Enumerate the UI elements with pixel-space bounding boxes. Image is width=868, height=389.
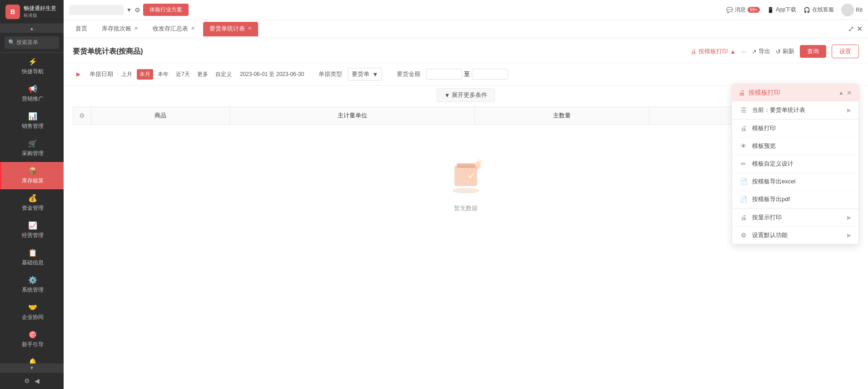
sidebar-settings-button[interactable]: ⚙	[24, 377, 30, 384]
trial-btn[interactable]: 体验行业方案	[143, 4, 189, 16]
order-type-select[interactable]: 要货单 ▼	[348, 68, 382, 81]
dropdown-close-button[interactable]: ✕	[847, 89, 852, 96]
logo-icon: B	[5, 5, 20, 19]
current-year-btn[interactable]: 本年	[155, 69, 171, 80]
page-content: 要货单统计表(按商品) 🖨 按模板打印 ▲ ··· ↗ 导出	[64, 38, 868, 389]
prev-month-btn[interactable]: 上月	[119, 69, 135, 80]
tab-batch-account[interactable]: 库存批次账 ✕	[95, 22, 145, 36]
svg-rect-2	[457, 163, 475, 168]
sidebar-item-appstore[interactable]: 🔔 应用中心	[0, 353, 64, 364]
query-button[interactable]: 查询	[800, 45, 826, 58]
refresh-button[interactable]: ↺ 刷新	[776, 47, 794, 56]
custom-date-btn[interactable]: 自定义	[213, 69, 234, 80]
print-dropdown-icon: 🖨	[738, 89, 745, 96]
template-custom-icon: ✏	[739, 160, 748, 167]
sidebar: B 畅捷通好生意 标准版 ▲ 🔍 搜索菜单 ⚡ 快捷导航 📢 营销推广 📊 销售…	[0, 0, 64, 389]
filter-bar: ▶ 单据日期 上月 本月 本年 近7天 更多 自定义 2023-06-01 至 …	[64, 63, 868, 86]
system-icon: ⚙️	[28, 276, 37, 284]
dropdown-display-print-item[interactable]: 🖨 按显示打印 ▶	[732, 209, 858, 227]
last7days-btn[interactable]: 近7天	[173, 69, 193, 80]
more-button[interactable]: ···	[741, 48, 746, 55]
expand-icon: ▼	[444, 92, 450, 99]
dropdown-template-custom-item[interactable]: ✏ 模板自定义设计	[732, 155, 858, 173]
inventory-icon: 📦	[28, 167, 37, 175]
sidebar-item-quick-nav[interactable]: ⚡ 快捷导航	[0, 53, 64, 80]
dropdown-collapse-btn[interactable]: ▲	[838, 90, 844, 96]
filter-expand-icon-btn[interactable]: ▶	[73, 70, 84, 78]
app-download-icon: 📱	[767, 7, 774, 13]
tab-receipts-summary[interactable]: 收发存汇总表 ✕	[146, 22, 201, 36]
template-print-icon: 🖨	[739, 125, 748, 132]
sidebar-item-enterprise[interactable]: 🤝 企业协同	[0, 298, 64, 326]
dropdown-template-excel-item[interactable]: 📄 按模板导出excel	[732, 173, 858, 191]
tab-order-stats-close[interactable]: ✕	[248, 25, 252, 31]
app-download-item[interactable]: 📱 App下载	[767, 6, 796, 14]
sidebar-scroll-up[interactable]: ▲	[0, 24, 64, 33]
refresh-icon: ↺	[776, 48, 781, 55]
dropdown-template-print-item[interactable]: 🖨 模板打印	[732, 120, 858, 137]
order-amount-label: 要货金额	[397, 70, 420, 78]
sidebar-item-sales[interactable]: 📊 销售管理	[0, 107, 64, 135]
logo-text: 畅捷通好生意	[24, 5, 56, 12]
breadcrumb-dropdown-button[interactable]: ▼	[126, 7, 132, 13]
marketing-icon: 📢	[28, 85, 37, 93]
page-header: 要货单统计表(按商品) 🖨 按模板打印 ▲ ··· ↗ 导出	[64, 38, 868, 63]
sidebar-item-purchase[interactable]: 🛒 采购管理	[0, 135, 64, 162]
sidebar-item-finance[interactable]: 💰 资金管理	[0, 189, 64, 217]
quick-nav-icon: ⚡	[28, 57, 37, 66]
tab-order-stats[interactable]: 要货单统计表 ✕	[203, 22, 258, 36]
online-service-item[interactable]: 🎧 在线客服	[803, 6, 834, 14]
template-preview-icon: 👁	[739, 142, 748, 150]
messages-item[interactable]: 💬 消息 99+	[726, 6, 760, 14]
amount-min-input[interactable]	[426, 69, 462, 80]
amount-max-input[interactable]	[472, 69, 508, 80]
page-actions: 🖨 按模板打印 ▲ ··· ↗ 导出 ↺ 刷新 查询	[691, 45, 859, 58]
product-col-header: 商品	[91, 107, 230, 125]
table-settings-button[interactable]: ⚙	[79, 112, 85, 119]
tab-close-all-button[interactable]: ✕	[857, 25, 863, 33]
topbar-right: 💬 消息 99+ 📱 App下载 🎧 在线客服 Rit	[726, 4, 863, 16]
date-filter-label: 单据日期	[90, 70, 113, 78]
logo-sub: 标准版	[24, 12, 56, 19]
sidebar-item-system[interactable]: ⚙️ 系统管理	[0, 271, 64, 298]
tab-maximize-button[interactable]: ⤢	[848, 25, 854, 33]
amount-range: 至	[426, 69, 508, 80]
user-profile-item[interactable]: Rit	[841, 4, 863, 16]
export-button[interactable]: ↗ 导出	[752, 47, 770, 56]
sidebar-item-basic[interactable]: 📋 基础信息	[0, 244, 64, 271]
dropdown-current-item[interactable]: ☰ 当前：要货单统计表 ▶	[732, 101, 858, 119]
sidebar-scroll-down[interactable]: ▼	[0, 364, 64, 372]
expand-more-button[interactable]: ▼ 展开更多条件	[437, 88, 495, 102]
print-template-button[interactable]: 🖨 按模板打印 ▲	[691, 47, 736, 56]
empty-svg-icon	[443, 152, 489, 197]
dropdown-template-pdf-item[interactable]: 📄 按模板导出pdf	[732, 191, 858, 208]
more-dots-icon: ···	[741, 48, 746, 55]
export-icon: ↗	[752, 48, 757, 55]
breadcrumb: ▼ ⚙ 体验行业方案	[69, 4, 723, 16]
dropdown-default-fn-item[interactable]: ⚙ 设置默认功能 ▶	[732, 227, 858, 244]
tab-receipts-summary-close[interactable]: ✕	[191, 25, 195, 31]
sidebar-item-guide[interactable]: 🎯 新手引导	[0, 326, 64, 353]
more-date-btn[interactable]: 更多	[195, 69, 211, 80]
sales-icon: 📊	[28, 112, 37, 121]
breadcrumb-input[interactable]	[69, 5, 124, 15]
tab-batch-account-close[interactable]: ✕	[134, 25, 138, 31]
basic-icon: 📋	[28, 248, 37, 257]
print-icon: 🖨	[691, 48, 697, 55]
sidebar-collapse-button[interactable]: ◀	[35, 377, 40, 384]
dropdown-template-preview-item[interactable]: 👁 模板预览	[732, 137, 858, 155]
search-menu-button[interactable]: 🔍 搜索菜单	[5, 36, 59, 49]
template-pdf-icon: 📄	[739, 196, 748, 203]
tab-home[interactable]: 首页	[69, 22, 94, 36]
sidebar-item-inventory[interactable]: 📦 库存核算	[0, 162, 64, 189]
topbar-gear-button[interactable]: ⚙	[135, 6, 140, 14]
print-chevron-up-icon: ▲	[730, 48, 736, 55]
message-icon: 💬	[726, 7, 733, 13]
message-badge: 99+	[748, 7, 760, 13]
topbar: ▼ ⚙ 体验行业方案 💬 消息 99+ 📱 App下载 🎧 在线客服 Rit	[64, 0, 868, 20]
sidebar-item-marketing[interactable]: 📢 营销推广	[0, 80, 64, 107]
current-month-btn[interactable]: 本月	[137, 69, 153, 80]
sidebar-item-operation[interactable]: 📈 经营管理	[0, 217, 64, 244]
avatar	[841, 4, 854, 16]
settings-button[interactable]: 设置	[832, 45, 859, 58]
